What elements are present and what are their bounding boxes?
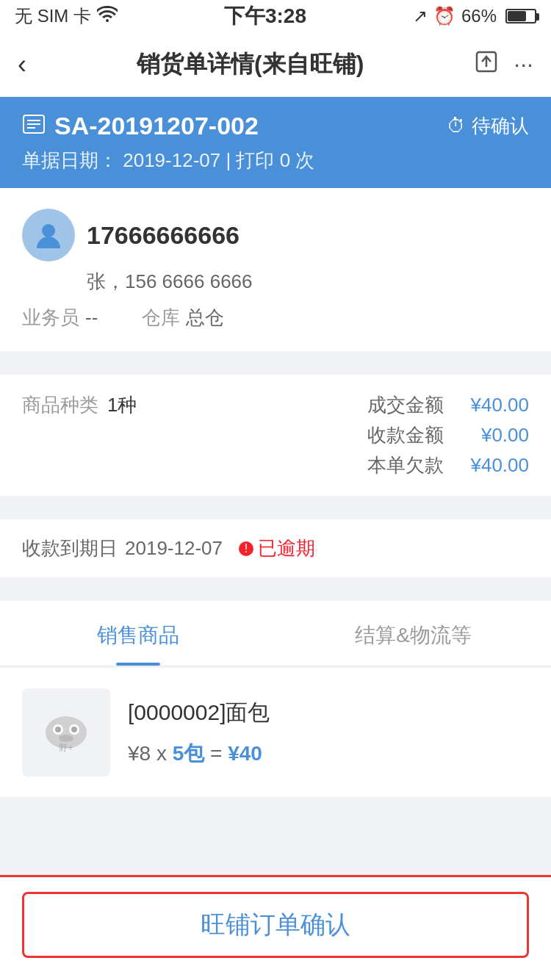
battery-text: 66%	[461, 6, 497, 26]
page-title: 销货单详情(来自旺铺)	[137, 48, 364, 81]
nav-bar: ‹ 销货单详情(来自旺铺) ···	[0, 32, 551, 97]
total-text: ¥40	[228, 742, 262, 765]
overdue-text: 已逾期	[258, 536, 315, 561]
svg-point-11	[71, 727, 77, 732]
customer-phone: 17666666666	[87, 221, 240, 250]
duedate-label: 收款到期日	[22, 536, 118, 561]
avatar	[22, 209, 75, 262]
price-text: ¥8 x	[128, 742, 173, 765]
status-bar: 无 SIM 卡 下午3:28 ↗ ⏰ 66%	[0, 0, 551, 32]
product-name: [0000002]面包	[128, 698, 529, 728]
salesman-label: 业务员	[22, 305, 79, 331]
tab-sales-products[interactable]: 销售商品	[0, 601, 276, 666]
warehouse-label: 仓库	[142, 305, 180, 331]
quantity-text: 5包	[173, 742, 205, 765]
order-id: SA-20191207-002	[22, 112, 259, 140]
product-thumbnail: 野+	[22, 688, 110, 777]
deal-amount-value: ¥40.00	[455, 394, 529, 417]
status-bar-right: ↗ ⏰ 66%	[413, 6, 536, 26]
battery-icon	[505, 9, 536, 24]
svg-text:野+: 野+	[59, 743, 73, 753]
divider-2	[0, 496, 551, 508]
status-bar-left: 无 SIM 卡	[15, 4, 118, 28]
received-amount-value: ¥0.00	[455, 424, 529, 447]
summary-section: 商品种类 1种 成交金额 ¥40.00 收款金额 ¥0.00 本单欠款 ¥40.…	[0, 375, 551, 496]
status-bar-time: 下午3:28	[224, 2, 306, 30]
share-icon[interactable]	[474, 49, 499, 80]
order-date-line: 单据日期： 2019-12-07 | 打印 0 次	[22, 148, 529, 173]
equals-text: =	[204, 742, 228, 765]
divider-3	[0, 577, 551, 589]
duedate-value: 2019-12-07	[125, 537, 223, 560]
divider-1	[0, 351, 551, 363]
more-icon[interactable]: ···	[514, 51, 533, 78]
due-amount-value: ¥40.00	[455, 454, 529, 477]
warehouse-value: 总仓	[186, 305, 224, 331]
overdue-dot-icon: !	[239, 541, 253, 556]
confirm-button-container: 旺铺订单确认	[0, 875, 551, 980]
confirm-order-button[interactable]: 旺铺订单确认	[22, 892, 529, 958]
back-button[interactable]: ‹	[18, 49, 26, 80]
carrier-text: 无 SIM 卡	[15, 4, 91, 28]
svg-point-10	[55, 727, 61, 732]
due-amount-label: 本单欠款	[367, 453, 444, 478]
nav-actions: ···	[474, 49, 533, 80]
tabs-section: 销售商品 结算&物流等	[0, 601, 551, 666]
alarm-icon: ⏰	[433, 6, 455, 26]
overdue-badge: ! 已逾期	[239, 536, 315, 561]
received-amount-label: 收款金额	[367, 422, 444, 448]
table-row: 野+ [0000002]面包 ¥8 x 5包 = ¥40	[0, 668, 551, 798]
product-logo: 野+	[40, 709, 92, 757]
deal-amount-label: 成交金额	[367, 392, 444, 418]
location-icon: ↗	[413, 6, 428, 26]
clock-icon: ⏱	[447, 115, 466, 137]
salesman-value: --	[85, 306, 98, 329]
customer-meta: 业务员 -- 仓库 总仓	[22, 305, 529, 331]
wifi-icon	[97, 6, 118, 26]
order-icon	[22, 112, 46, 140]
customer-section: 17666666666 张，156 6666 6666 业务员 -- 仓库 总仓	[0, 188, 551, 351]
product-price-line: ¥8 x 5包 = ¥40	[128, 740, 529, 768]
order-status: ⏱ 待确认	[447, 113, 529, 139]
order-header: SA-20191207-002 ⏱ 待确认 单据日期： 2019-12-07 |…	[0, 97, 551, 188]
product-list: 野+ [0000002]面包 ¥8 x 5包 = ¥40	[0, 668, 551, 798]
svg-point-6	[42, 224, 55, 237]
customer-name: 张，156 6666 6666	[87, 269, 529, 295]
duedate-section: 收款到期日 2019-12-07 ! 已逾期	[0, 519, 551, 577]
svg-point-12	[59, 735, 73, 742]
summary-right: 成交金额 ¥40.00 收款金额 ¥0.00 本单欠款 ¥40.00	[367, 392, 529, 478]
product-type-value: 1种	[107, 392, 137, 418]
product-type-label: 商品种类	[22, 392, 98, 418]
product-info: [0000002]面包 ¥8 x 5包 = ¥40	[128, 698, 529, 768]
tab-settlement[interactable]: 结算&物流等	[276, 601, 551, 666]
